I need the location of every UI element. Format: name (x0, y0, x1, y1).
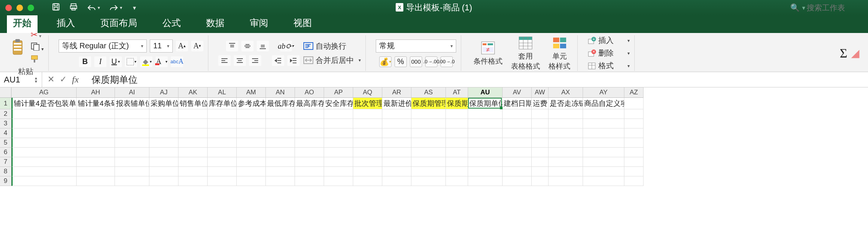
cell-AM3[interactable] (237, 119, 266, 128)
cell-AY8[interactable] (583, 167, 624, 176)
cell-AI4[interactable] (115, 128, 149, 138)
cell-AG7[interactable] (11, 157, 77, 167)
cell-AR3[interactable] (382, 119, 411, 128)
tab-页面布局[interactable]: 页面布局 (94, 14, 143, 33)
cell-AM6[interactable] (237, 148, 266, 157)
cell-AL7[interactable] (208, 157, 237, 167)
cell-AH5[interactable] (77, 138, 115, 148)
maximize-window-button[interactable] (28, 5, 34, 11)
format-cells-button[interactable]: 格式▾ (588, 61, 630, 71)
cell-AQ1[interactable]: 批次管理 (353, 98, 382, 109)
print-icon[interactable] (69, 3, 78, 13)
cell-AO1[interactable]: 最高库存 (295, 98, 324, 109)
cell-AJ3[interactable] (149, 119, 179, 128)
cell-AK6[interactable] (179, 148, 208, 157)
cell-AM2[interactable] (237, 109, 266, 119)
row-header-3[interactable]: 3 (0, 119, 11, 128)
borders-button[interactable]: ▾ (125, 56, 137, 67)
cell-AW8[interactable] (532, 167, 549, 176)
select-all-corner[interactable] (0, 87, 11, 98)
cell-AZ2[interactable] (624, 109, 644, 119)
cell-AW1[interactable]: 运费 (532, 98, 549, 109)
clear-icon[interactable]: ◢ (851, 47, 860, 59)
cell-AR1[interactable]: 最新进价 (382, 98, 411, 109)
cell-AL9[interactable] (208, 176, 237, 186)
cell-AN4[interactable] (266, 128, 295, 138)
cell-AJ8[interactable] (149, 167, 179, 176)
cell-AV8[interactable] (503, 167, 532, 176)
row-header-5[interactable]: 5 (0, 138, 11, 148)
spreadsheet-grid[interactable]: AGAHAIAJAKALAMANAOAPAQARASATAUAVAWAXAYAZ… (0, 87, 868, 186)
cell-AS6[interactable] (411, 148, 446, 157)
bold-button[interactable]: B (79, 56, 91, 67)
cell-AJ5[interactable] (149, 138, 179, 148)
cell-AH1[interactable]: 辅计量4条码 (77, 98, 115, 109)
cell-AY2[interactable] (583, 109, 624, 119)
comma-icon[interactable]: 000 (410, 56, 422, 67)
autosum-icon[interactable]: Σ (840, 46, 847, 61)
cell-AK3[interactable] (179, 119, 208, 128)
cell-AT6[interactable] (446, 148, 468, 157)
cell-AN7[interactable] (266, 157, 295, 167)
cell-AM4[interactable] (237, 128, 266, 138)
wrap-text-button[interactable]: 自动换行 (303, 41, 346, 51)
column-header-AO[interactable]: AO (295, 87, 324, 98)
cell-AZ4[interactable] (624, 128, 644, 138)
cancel-formula-icon[interactable]: ✕ (47, 74, 54, 85)
cell-AU6[interactable] (468, 148, 503, 157)
cell-AX6[interactable] (549, 148, 583, 157)
cell-AH3[interactable] (77, 119, 115, 128)
cell-AG8[interactable] (11, 167, 77, 176)
cell-AH2[interactable] (77, 109, 115, 119)
cell-AP7[interactable] (324, 157, 353, 167)
cell-AY6[interactable] (583, 148, 624, 157)
column-header-AH[interactable]: AH (77, 87, 115, 98)
column-header-AK[interactable]: AK (179, 87, 208, 98)
cell-AW3[interactable] (532, 119, 549, 128)
tab-数据[interactable]: 数据 (200, 14, 231, 33)
cell-AZ1[interactable] (624, 98, 644, 109)
cell-AM1[interactable]: 参考成本 (237, 98, 266, 109)
cell-AX1[interactable]: 是否走冻链 (549, 98, 583, 109)
increase-decimal-icon[interactable]: .0→.00 (425, 56, 437, 67)
close-window-button[interactable] (5, 5, 12, 11)
cell-AS4[interactable] (411, 128, 446, 138)
decrease-font-icon[interactable]: A▾ (191, 41, 203, 51)
format-as-table-button[interactable]: 套用 表格格式 (509, 35, 542, 71)
cell-AH4[interactable] (77, 128, 115, 138)
cell-AS2[interactable] (411, 109, 446, 119)
cell-AZ7[interactable] (624, 157, 644, 167)
cell-AS3[interactable] (411, 119, 446, 128)
cell-AY5[interactable] (583, 138, 624, 148)
column-header-AY[interactable]: AY (583, 87, 624, 98)
cell-AP1[interactable]: 安全库存 (324, 98, 353, 109)
cell-AJ7[interactable] (149, 157, 179, 167)
column-header-AN[interactable]: AN (266, 87, 295, 98)
column-header-AI[interactable]: AI (115, 87, 149, 98)
column-header-AJ[interactable]: AJ (149, 87, 179, 98)
cell-AL1[interactable]: 库存单位 (208, 98, 237, 109)
increase-indent-icon[interactable] (287, 55, 300, 66)
cell-AQ4[interactable] (353, 128, 382, 138)
column-header-AM[interactable]: AM (237, 87, 266, 98)
cell-AJ6[interactable] (149, 148, 179, 157)
row-header-9[interactable]: 9 (0, 176, 11, 186)
cell-AN6[interactable] (266, 148, 295, 157)
cell-AR4[interactable] (382, 128, 411, 138)
cell-AG1[interactable]: 辅计量4是否包装单位 (11, 98, 77, 109)
cell-AP9[interactable] (324, 176, 353, 186)
cell-AM7[interactable] (237, 157, 266, 167)
align-right-icon[interactable] (249, 55, 261, 66)
cell-AO7[interactable] (295, 157, 324, 167)
cell-AT7[interactable] (446, 157, 468, 167)
cell-AQ5[interactable] (353, 138, 382, 148)
cell-AO4[interactable] (295, 128, 324, 138)
cell-AT8[interactable] (446, 167, 468, 176)
cell-AP3[interactable] (324, 119, 353, 128)
cell-AV5[interactable] (503, 138, 532, 148)
cell-AN8[interactable] (266, 167, 295, 176)
cell-AQ6[interactable] (353, 148, 382, 157)
cell-AI2[interactable] (115, 109, 149, 119)
cell-AL6[interactable] (208, 148, 237, 157)
namebox-down-icon[interactable]: ▼ (34, 80, 38, 83)
